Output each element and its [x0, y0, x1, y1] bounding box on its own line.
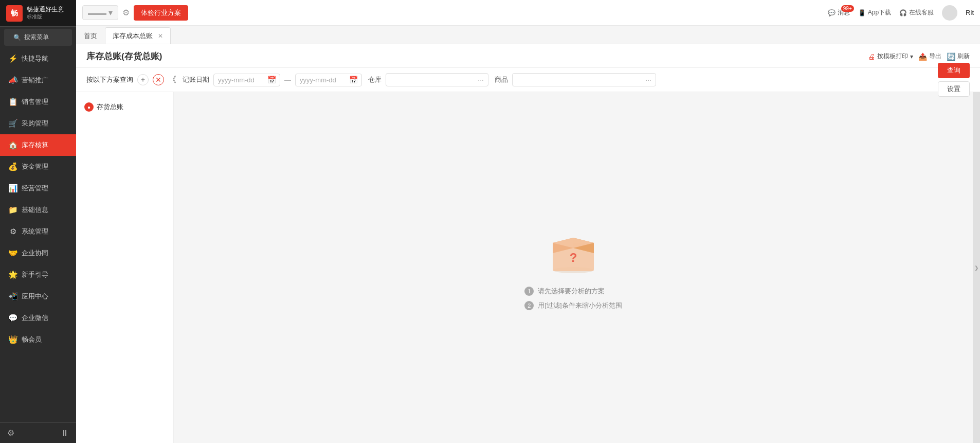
filter-warehouse-label: 仓库 [368, 75, 382, 84]
message-icon: 💬 [828, 9, 836, 16]
tip-text-2: 用[过滤]条件来缩小分析范围 [538, 301, 622, 310]
tabbar: 首页 库存成本总账 ✕ [76, 26, 980, 44]
empty-tip-1: 1 请先选择要分析的方案 [524, 287, 622, 296]
enterprise-icon: 🤝 [8, 249, 17, 258]
app-download-btn[interactable]: 📱 App下载 [858, 8, 891, 17]
filter-warehouse-row: 仓库 ··· [368, 73, 488, 86]
app-download-label: App下载 [868, 8, 891, 17]
toggle-sidebar-icon[interactable]: ⏸ [61, 429, 69, 438]
warehouse-more-icon[interactable]: ··· [478, 76, 484, 84]
export-btn[interactable]: 📤 导出 [918, 52, 941, 61]
sidebar-item-label: 营销推广 [22, 76, 48, 85]
sidebar-item-marketing[interactable]: 📣 营销推广 [0, 69, 76, 91]
refresh-btn[interactable]: 🔄 刷新 [947, 52, 970, 61]
wechat-icon: 💬 [8, 313, 17, 323]
sidebar-item-membership[interactable]: 👑 畅会员 [0, 329, 76, 350]
main-area: ▬▬▬ ▾ ⚙ 体验行业方案 💬 消息 99+ 📱 App下载 🎧 在线客服 R… [76, 0, 980, 443]
empty-illustration: ? [542, 225, 604, 276]
scheme-item-inventory-ledger[interactable]: ● 存货总账 [76, 97, 173, 117]
system-icon: ⚙ [8, 227, 17, 236]
right-edge-panel[interactable]: ❯ [973, 92, 980, 443]
tip-num-1: 1 [524, 287, 534, 296]
settings-btn[interactable]: 设置 [938, 81, 970, 97]
guide-icon: 🌟 [8, 270, 17, 279]
filter-collapse-icon[interactable]: 《 [168, 75, 176, 85]
filter-right-buttons: 查询 设置 [938, 63, 970, 97]
topbar-gear-icon[interactable]: ⚙ [122, 8, 130, 17]
tab-close-icon[interactable]: ✕ [158, 32, 163, 40]
left-panel: ● 存货总账 [76, 92, 174, 443]
management-icon: 📊 [8, 184, 17, 193]
goods-more-icon[interactable]: ··· [645, 76, 651, 84]
print-btn[interactable]: 🖨 按模板打印 ▾ [868, 52, 913, 61]
online-service-btn[interactable]: 🎧 在线客服 [899, 8, 934, 17]
svg-text:?: ? [570, 251, 577, 264]
sidebar-item-management[interactable]: 📊 经营管理 [0, 178, 76, 199]
industry-btn[interactable]: 体验行业方案 [134, 5, 188, 21]
sidebar-item-label: 采购管理 [22, 119, 48, 128]
sidebar-item-wechat[interactable]: 💬 企业微信 [0, 307, 76, 329]
page-header-actions: 🖨 按模板打印 ▾ 📤 导出 🔄 刷新 [868, 52, 970, 61]
membership-icon: 👑 [8, 335, 17, 344]
sidebar-item-label: 基础信息 [22, 205, 48, 215]
sidebar-item-inventory[interactable]: 🏠 库存核算 [0, 134, 76, 156]
sidebar-item-finance[interactable]: 💰 资金管理 [0, 156, 76, 178]
sidebar-item-app-center[interactable]: 📲 应用中心 [0, 286, 76, 307]
headset-icon: 🎧 [899, 9, 907, 16]
app-badge: 标准版 [27, 13, 64, 21]
app-name-text: 畅捷通好生意 [27, 6, 64, 14]
scheme-item-icon: ● [84, 102, 94, 112]
topbar: ▬▬▬ ▾ ⚙ 体验行业方案 💬 消息 99+ 📱 App下载 🎧 在线客服 R… [76, 0, 980, 26]
filter-goods-select[interactable]: ··· [512, 73, 656, 86]
sidebar-menu: 🔍 搜索菜单 ⚡ 快捷导航 📣 营销推广 📋 销售管理 🛒 采购管理 🏠 库存核… [0, 27, 76, 422]
tab-home[interactable]: 首页 [76, 27, 105, 44]
filter-add-btn[interactable]: ＋ [137, 74, 149, 85]
sidebar-item-enterprise[interactable]: 🤝 企业协同 [0, 242, 76, 264]
sidebar-item-guide[interactable]: 🌟 新手引导 [0, 264, 76, 286]
filter-date-start-wrapper: 📅 [213, 74, 280, 86]
sidebar-item-search[interactable]: 🔍 搜索菜单 [4, 29, 72, 46]
sidebar-item-shortcut[interactable]: ⚡ 快捷导航 [0, 48, 76, 69]
export-label: 导出 [929, 52, 941, 61]
print-dropdown-icon[interactable]: ▾ [910, 53, 913, 60]
filter-scheme-row: 按以下方案查询 ＋ ✕ 《 [86, 74, 176, 85]
purchase-icon: 🛒 [8, 119, 17, 128]
filter-warehouse-select[interactable]: ··· [386, 73, 488, 86]
filter-goods-label: 商品 [495, 75, 508, 84]
page-title: 库存总账(存货总账) [86, 50, 162, 62]
sales-icon: 📋 [8, 97, 17, 107]
sidebar-item-label: 资金管理 [22, 162, 48, 171]
breadcrumb: ▬▬▬ ▾ [82, 5, 118, 20]
filter-close-btn[interactable]: ✕ [153, 74, 164, 85]
sidebar-item-label: 库存核算 [22, 140, 48, 150]
user-avatar[interactable] [942, 5, 957, 21]
sidebar-item-system[interactable]: ⚙ 系统管理 [0, 221, 76, 242]
breadcrumb-dropdown-icon[interactable]: ▾ [108, 8, 113, 17]
sidebar-item-label: 系统管理 [22, 227, 48, 236]
refresh-label: 刷新 [957, 52, 970, 61]
sidebar-item-basic-info[interactable]: 📁 基础信息 [0, 199, 76, 221]
filter-date-end-input[interactable] [295, 74, 362, 86]
empty-state: ? 1 请先选择要分析的方案 2 用[过滤]条件来缩小分析范围 [524, 225, 622, 310]
message-btn[interactable]: 💬 消息 99+ [828, 8, 850, 17]
content-area: ● 存货总账 [76, 92, 980, 443]
inventory-icon: 🏠 [8, 140, 17, 150]
filter-date-start-input[interactable] [213, 74, 280, 86]
tab-inventory-cost[interactable]: 库存成本总账 ✕ [105, 27, 171, 44]
sidebar-item-sales[interactable]: 📋 销售管理 [0, 91, 76, 113]
online-service-label: 在线客服 [909, 8, 934, 17]
filter-date-dash: — [284, 76, 291, 84]
sidebar-item-purchase[interactable]: 🛒 采购管理 [0, 113, 76, 134]
search-icon: 🔍 [13, 34, 21, 41]
app-logo-icon: 畅 [6, 5, 23, 22]
query-btn[interactable]: 查询 [938, 63, 970, 78]
print-icon: 🖨 [868, 52, 875, 61]
sidebar-item-label: 快捷导航 [22, 54, 48, 63]
filter-date-end-wrapper: 📅 [295, 74, 362, 86]
sidebar-logo: 畅 畅捷通好生意 标准版 [0, 0, 76, 27]
breadcrumb-text: ▬▬▬ [88, 9, 106, 16]
topbar-left: ▬▬▬ ▾ ⚙ 体验行业方案 [82, 5, 828, 21]
filter-date-label: 记账日期 [183, 75, 209, 84]
sidebar: 畅 畅捷通好生意 标准版 🔍 搜索菜单 ⚡ 快捷导航 📣 营销推广 📋 销售管理… [0, 0, 76, 443]
settings-bottom-icon[interactable]: ⚙ [7, 428, 14, 438]
